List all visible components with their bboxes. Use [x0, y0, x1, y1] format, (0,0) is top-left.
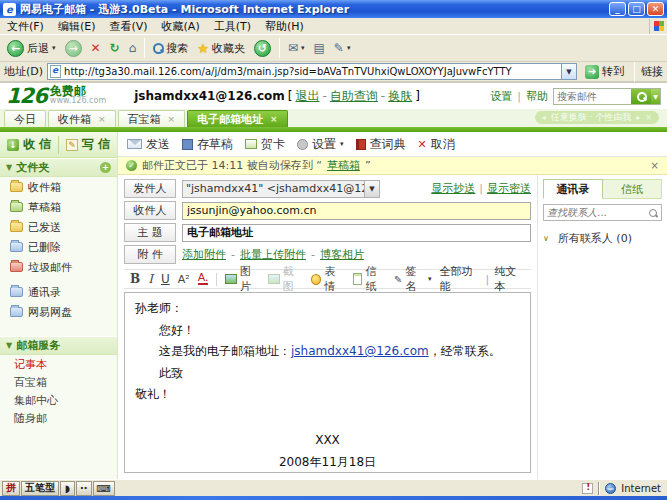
sidebar-item-drafts[interactable]: 草稿箱	[0, 197, 117, 217]
menu-edit[interactable]: 编辑(E)	[51, 19, 103, 34]
blog-photo-link[interactable]: 博客相片	[320, 247, 364, 262]
ime-keyboard-icon[interactable]: ⌨	[93, 481, 115, 496]
forward-button[interactable]: →	[62, 39, 85, 58]
bold-button[interactable]: B	[130, 272, 140, 286]
ime-width-icon[interactable]: ◗	[60, 481, 75, 496]
tab-inbox[interactable]: 收件箱 ×	[48, 110, 116, 127]
add-folder-icon[interactable]: +	[100, 162, 111, 173]
sidebar-item-notepad[interactable]: 记事本	[0, 355, 117, 373]
logo-126[interactable]: 126	[6, 85, 47, 107]
message-body-editor[interactable]: 孙老师： 您好！ 这是我的电子邮箱地址：jshamdxx41@126.com，经…	[124, 292, 531, 473]
underline-button[interactable]: U	[161, 272, 170, 286]
to-field[interactable]	[182, 202, 531, 220]
tab-close-icon[interactable]: ×	[168, 114, 176, 124]
cancel-button[interactable]: ✕取消	[418, 136, 455, 153]
address-dropdown-icon[interactable]: ▼	[561, 64, 576, 79]
refresh-button[interactable]: ↻	[107, 40, 123, 56]
print-button[interactable]: ▤	[311, 40, 328, 56]
services-section-header[interactable]: ▼ 邮箱服务	[0, 336, 117, 355]
ime-punct-icon[interactable]: ··	[76, 481, 92, 496]
history-button[interactable]: ↺	[251, 39, 274, 58]
mail-search-input[interactable]	[554, 91, 631, 102]
go-button[interactable]: ➜ 转到	[581, 63, 628, 80]
mail-button[interactable]: ✉ ▾	[285, 40, 308, 56]
contact-search-icon[interactable]	[648, 208, 658, 218]
links-label[interactable]: 链接	[641, 64, 663, 79]
favorites-button[interactable]: ★ 收藏夹	[194, 40, 248, 57]
tab-email-address[interactable]: 电子邮箱地址 ×	[187, 110, 288, 127]
sidebar-item-contacts[interactable]: 通讯录	[0, 282, 117, 302]
edit-button[interactable]: ✎ ▾	[331, 40, 354, 56]
sidebar-item-mobile-mail[interactable]: 随身邮	[0, 409, 117, 427]
minimize-button[interactable]: _	[609, 2, 626, 16]
ticker-close-icon[interactable]: ×	[645, 113, 652, 122]
search-button[interactable]: 搜索	[150, 40, 191, 57]
selfhelp-link[interactable]: 自助查询	[330, 88, 378, 105]
settings-link[interactable]: 设置	[490, 89, 512, 104]
show-bcc-link[interactable]: 显示密送	[487, 181, 531, 196]
menu-help[interactable]: 帮助(H)	[258, 19, 311, 34]
folders-section-header[interactable]: ▼ 文件夹 +	[0, 158, 117, 177]
ime-mode-button[interactable]: 五笔型	[21, 481, 59, 496]
email-link[interactable]: jshamdxx41@126.com	[291, 344, 429, 358]
back-button[interactable]: ← 后退 ▾	[4, 39, 59, 58]
promo-ticker[interactable]: ◂ 任意换肤 · 个性由我 ▸ ×	[535, 111, 659, 124]
tab-close-icon[interactable]: ×	[270, 114, 278, 124]
save-draft-button[interactable]: 存草稿	[182, 136, 233, 153]
skin-link[interactable]: 换肤	[388, 88, 412, 105]
menu-file[interactable]: 文件(F)	[0, 19, 51, 34]
tab-contacts[interactable]: 通讯录	[543, 179, 603, 199]
help-link[interactable]: 帮助	[526, 89, 548, 104]
send-button[interactable]: 发送	[127, 136, 170, 153]
sidebar-item-inbox[interactable]: 收件箱	[0, 177, 117, 197]
insert-image-button[interactable]: 图片	[225, 264, 260, 294]
ime-indicator-icon[interactable]: 拼	[2, 481, 20, 496]
sidebar-item-treasure[interactable]: 百宝箱	[0, 373, 117, 391]
tab-close-icon[interactable]: ×	[98, 114, 106, 124]
from-dropdown-icon[interactable]: ▼	[364, 181, 379, 197]
menu-view[interactable]: 查看(V)	[102, 19, 154, 34]
drafts-link[interactable]: 草稿箱	[327, 158, 360, 173]
notice-close-icon[interactable]: ×	[651, 160, 659, 171]
maximize-button[interactable]: □	[628, 2, 645, 16]
sidebar-item-spam[interactable]: 垃圾邮件	[0, 257, 117, 277]
plain-text-link[interactable]: 纯文本	[494, 264, 525, 294]
address-input[interactable]: http://tg3a30.mail.126.com/a/j/dm3/main.…	[47, 63, 577, 80]
ticker-prev-icon[interactable]: ◂	[542, 113, 546, 122]
stop-button[interactable]: ✕	[88, 40, 104, 56]
receive-mail-button[interactable]: ↓ 收 信	[0, 132, 58, 157]
greeting-card-button[interactable]: 贺卡	[245, 136, 285, 153]
compose-settings-button[interactable]: 设置 ▾	[297, 136, 344, 153]
font-color-button[interactable]: A.	[198, 273, 209, 285]
tab-today[interactable]: 今日	[4, 110, 46, 127]
close-button[interactable]: ✕	[647, 2, 664, 16]
sidebar-item-deleted[interactable]: 已删除	[0, 237, 117, 257]
show-cc-link[interactable]: 显示抄送	[431, 181, 475, 196]
stationery-button[interactable]: 信纸	[353, 264, 386, 294]
batch-upload-link[interactable]: 批量上传附件	[240, 247, 306, 262]
emoticon-button[interactable]: 表情	[311, 264, 345, 294]
logout-link[interactable]: 退出	[296, 88, 320, 105]
home-button[interactable]: ⌂	[126, 40, 140, 56]
signature-button[interactable]: ✎ 签名 ▾	[394, 264, 432, 294]
sidebar-item-stamp-center[interactable]: 集邮中心	[0, 391, 117, 409]
write-mail-button[interactable]: ✎ 写 信	[59, 132, 117, 157]
tab-treasure-box[interactable]: 百宝箱 ×	[118, 110, 186, 127]
font-size-button[interactable]: A²	[178, 273, 190, 286]
mail-search-button[interactable]	[631, 89, 651, 104]
subject-field[interactable]	[182, 224, 531, 242]
menu-favorites[interactable]: 收藏(A)	[155, 19, 207, 34]
sidebar-item-netdisk[interactable]: 网易网盘	[0, 302, 117, 322]
ticker-next-icon[interactable]: ▸	[636, 113, 640, 122]
dictionary-button[interactable]: 查词典	[356, 136, 406, 153]
add-attachment-link[interactable]: 添加附件	[182, 247, 226, 262]
contact-search-input[interactable]	[547, 207, 648, 218]
sidebar-item-sent[interactable]: 已发送	[0, 217, 117, 237]
tab-stationery[interactable]: 信纸	[603, 179, 662, 199]
from-select[interactable]: "jshamdxx41" <jshamdxx41@126.c ▼	[182, 180, 380, 198]
full-features-link[interactable]: 全部功能	[440, 264, 481, 294]
search-dropdown-icon[interactable]: ▼	[651, 89, 660, 104]
contacts-group[interactable]: ∨ 所有联系人 (0)	[543, 231, 662, 246]
menu-tools[interactable]: 工具(T)	[207, 19, 258, 34]
italic-button[interactable]: I	[148, 272, 153, 286]
